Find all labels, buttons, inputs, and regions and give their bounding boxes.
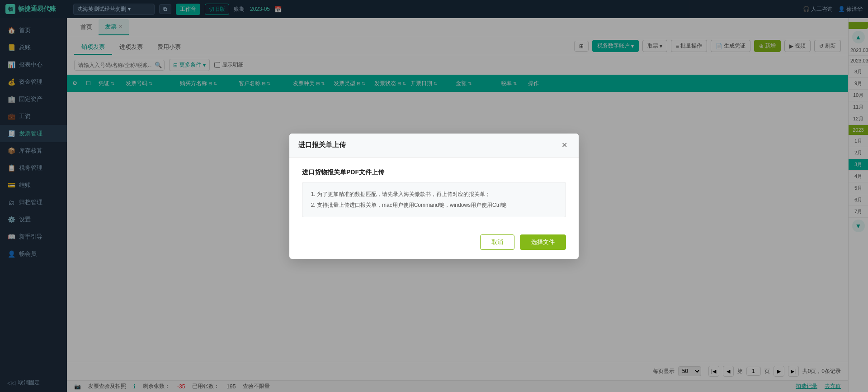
notice-item-2: 支持批量上传进口报关单，mac用户使用Command键，windows用户使用C…: [317, 200, 558, 210]
modal-body: 进口货物报关单PDF文件上传 为了更加精准的数据匹配，请先录入海关缴款书，再上传…: [289, 158, 579, 228]
modal-cancel-button[interactable]: 取消: [480, 234, 514, 250]
modal-close-button[interactable]: ✕: [559, 140, 570, 151]
notice-item-1: 为了更加精准的数据匹配，请先录入海关缴款书，再上传对应的报关单；: [317, 189, 558, 200]
modal-header: 进口报关单上传 ✕: [289, 134, 579, 158]
modal-select-file-button[interactable]: 选择文件: [520, 234, 566, 250]
modal-overlay: 进口报关单上传 ✕ 进口货物报关单PDF文件上传 为了更加精准的数据匹配，请先录…: [0, 0, 868, 392]
upload-section-title: 进口货物报关单PDF文件上传: [302, 168, 566, 177]
modal-dialog: 进口报关单上传 ✕ 进口货物报关单PDF文件上传 为了更加精准的数据匹配，请先录…: [289, 134, 579, 259]
upload-notice: 为了更加精准的数据匹配，请先录入海关缴款书，再上传对应的报关单； 支持批量上传进…: [302, 182, 566, 217]
modal-title: 进口报关单上传: [298, 141, 346, 149]
modal-footer: 取消 选择文件: [289, 228, 579, 259]
